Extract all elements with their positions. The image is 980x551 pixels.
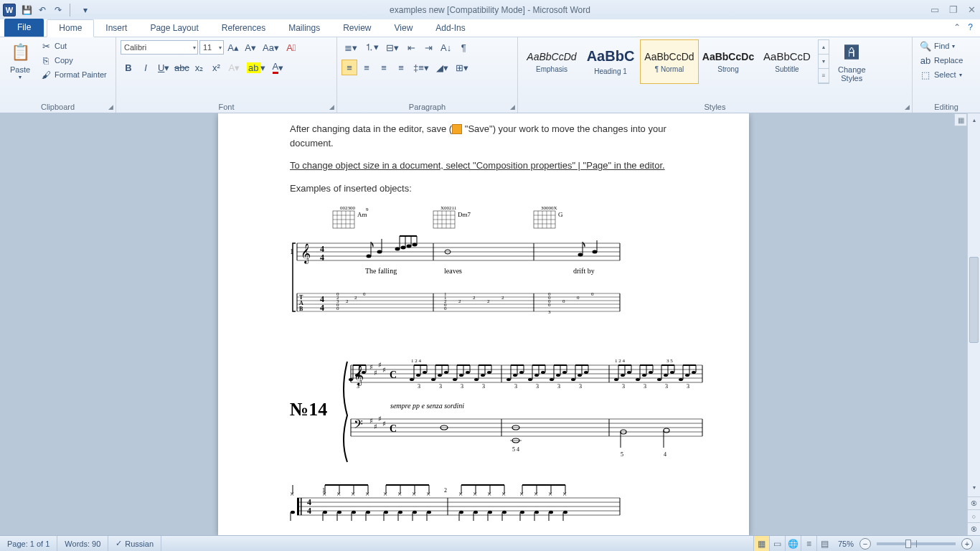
subscript-button[interactable]: x₂ [191, 60, 207, 75]
close-button[interactable]: ✕ [968, 4, 976, 15]
font-size-combo[interactable]: 11 [199, 40, 224, 55]
find-button[interactable]: 🔍Find▾ [917, 39, 966, 52]
italic-button[interactable]: I [138, 60, 154, 75]
bullets-button[interactable]: ≣▾ [341, 39, 360, 55]
view-full-screen[interactable]: ▭ [769, 536, 785, 551]
tab-view[interactable]: View [383, 20, 425, 37]
scroll-up-button[interactable]: ▴ [968, 113, 980, 126]
view-web-layout[interactable]: 🌐 [785, 536, 801, 551]
tab-insert[interactable]: Insert [94, 20, 138, 37]
ruler-toggle[interactable]: ▦ [954, 113, 967, 126]
gallery-scroll[interactable]: ▴▾≡ [818, 39, 829, 84]
gallery-up[interactable]: ▴ [819, 40, 829, 55]
zoom-out-button[interactable]: − [859, 538, 871, 550]
minimize-button[interactable]: ▭ [930, 4, 939, 15]
style-heading1[interactable]: AaBbCHeading 1 [581, 39, 640, 84]
decrease-indent-button[interactable]: ⇤ [403, 39, 419, 55]
cut-button[interactable]: ✂Cut [37, 39, 110, 52]
styles-launcher[interactable]: ◢ [905, 103, 910, 110]
svg-text:0: 0 [591, 291, 594, 297]
paragraph-launcher[interactable]: ◢ [510, 103, 515, 110]
para-examples: Examples of inserted objects: [290, 182, 706, 196]
sort-button[interactable]: A↓ [438, 39, 454, 55]
view-draft[interactable]: ▤ [816, 536, 832, 551]
bold-button[interactable]: B [121, 60, 136, 75]
zoom-in-button[interactable]: + [961, 538, 973, 550]
style-subtitle[interactable]: AaBbCcDSubtitle [758, 39, 816, 84]
replace-button[interactable]: abReplace [917, 54, 966, 67]
copy-button[interactable]: ⎘Copy [37, 54, 110, 67]
increase-indent-button[interactable]: ⇥ [420, 39, 436, 55]
view-print-layout[interactable]: ▦ [753, 536, 769, 551]
change-styles-button[interactable]: 🅰 Change Styles [834, 39, 870, 84]
clipboard-launcher[interactable]: ◢ [108, 103, 113, 110]
multilevel-button[interactable]: ⊟▾ [383, 39, 402, 55]
format-painter-button[interactable]: 🖌Format Painter [37, 68, 110, 81]
shading-button[interactable]: ◢▾ [433, 60, 451, 75]
status-language[interactable]: ✓Russian [108, 536, 161, 551]
clear-formatting-button[interactable]: A⃠ [283, 39, 299, 55]
font-color-button[interactable]: A▾ [270, 60, 287, 75]
status-page[interactable]: Page: 1 of 1 [0, 536, 57, 551]
next-page-button[interactable]: ⦿ [968, 522, 980, 535]
style-normal[interactable]: AaBbCcDd¶ Normal [640, 39, 699, 84]
zoom-thumb[interactable] [905, 540, 911, 548]
style-strong[interactable]: AaBbCcDcStrong [699, 39, 758, 84]
status-words[interactable]: Words: 90 [57, 536, 108, 551]
help-button[interactable]: ? [968, 22, 973, 32]
select-button[interactable]: ⬚Select▾ [917, 68, 966, 81]
align-left-button[interactable]: ≡ [341, 60, 357, 75]
styles-gallery[interactable]: AaBbCcDdEmphasis AaBbCHeading 1 AaBbCcDd… [522, 39, 816, 84]
app-icon[interactable]: W [3, 4, 16, 17]
tab-addins[interactable]: Add-Ins [424, 20, 476, 37]
zoom-slider[interactable] [877, 542, 956, 545]
scroll-thumb[interactable] [969, 257, 979, 343]
font-launcher[interactable]: ◢ [329, 103, 334, 110]
save-button[interactable]: 💾 [20, 4, 33, 17]
zoom-level[interactable]: 75% [832, 540, 859, 548]
document-page[interactable]: After changing data in the editor, save … [218, 113, 749, 535]
align-right-button[interactable]: ≡ [376, 60, 392, 75]
music-object-drums[interactable]: 1 44 2 × [290, 484, 706, 527]
scroll-down-button[interactable]: ▾ [968, 481, 980, 494]
align-center-button[interactable]: ≡ [359, 60, 374, 75]
browse-object-button[interactable]: ○ [968, 509, 980, 522]
tab-page-layout[interactable]: Page Layout [138, 20, 209, 37]
tab-mailings[interactable]: Mailings [277, 20, 331, 37]
gallery-down[interactable]: ▾ [819, 55, 829, 69]
tab-review[interactable]: Review [331, 20, 382, 37]
paste-icon: 📋 [9, 41, 32, 64]
underline-button[interactable]: U▾ [155, 60, 172, 75]
minimize-ribbon-button[interactable]: ⌃ [953, 22, 961, 32]
font-name-combo[interactable]: Calibri [121, 40, 198, 55]
text-effects-button[interactable]: A▾ [225, 60, 242, 75]
tab-home[interactable]: Home [47, 19, 94, 37]
tab-file[interactable]: File [4, 19, 44, 37]
music-object-piano[interactable]: №14 𝄞 ♯♯♯♯ C 1 2 4 3 [290, 347, 706, 476]
paste-button[interactable]: 📋 Paste▾ [4, 39, 36, 82]
vertical-scrollbar[interactable]: ▴ ▾ ⦿ ○ ⦿ [967, 113, 980, 535]
undo-button[interactable]: ↶ [36, 4, 49, 17]
view-outline[interactable]: ≡ [801, 536, 816, 551]
qat-customize[interactable]: ▾ [79, 4, 92, 17]
numbering-button[interactable]: ⒈▾ [362, 39, 382, 55]
grow-font-button[interactable]: A▴ [225, 39, 241, 55]
style-emphasis[interactable]: AaBbCcDdEmphasis [522, 39, 581, 84]
line-spacing-button[interactable]: ‡≡▾ [410, 60, 432, 75]
redo-button[interactable]: ↷ [52, 4, 65, 17]
page-area[interactable]: ▦ After changing data in the editor, sav… [0, 113, 967, 535]
highlight-button[interactable]: ab▾ [244, 60, 268, 75]
show-marks-button[interactable]: ¶ [456, 39, 471, 55]
strikethrough-button[interactable]: abc [174, 60, 189, 75]
change-case-button[interactable]: Aa▾ [260, 39, 282, 55]
tab-references[interactable]: References [210, 20, 277, 37]
justify-button[interactable]: ≡ [393, 60, 409, 75]
shrink-font-button[interactable]: A▾ [242, 39, 258, 55]
borders-button[interactable]: ⊞▾ [453, 60, 471, 75]
svg-point-58 [578, 253, 583, 257]
prev-page-button[interactable]: ⦿ [968, 496, 980, 509]
gallery-more[interactable]: ≡ [819, 69, 829, 83]
superscript-button[interactable]: x² [208, 60, 224, 75]
restore-button[interactable]: ❐ [949, 4, 958, 15]
music-object-guitar[interactable]: 002300 Am9 X00211 Dm7 [290, 204, 706, 340]
